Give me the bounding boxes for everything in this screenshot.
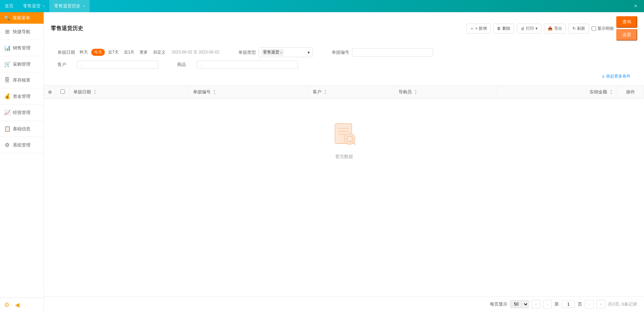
finance-icon: 💰 <box>4 93 10 99</box>
th-customer[interactable]: 客户 ▲▼ <box>308 86 394 99</box>
sidebar-bottom: ⚙ ◀ <box>0 297 44 312</box>
doc-type-select[interactable]: 零售退货 × ▾ <box>259 47 313 57</box>
amount-sort-icon: ▲▼ <box>610 89 613 95</box>
empty-text: 暂无数据 <box>335 154 353 160</box>
display-detail-checkbox[interactable] <box>592 26 596 31</box>
sidebar-item-operations[interactable]: 📈 经营管理 <box>0 105 44 121</box>
add-button[interactable]: ＋ + 新增 <box>466 24 491 34</box>
tab-home[interactable]: 首页 <box>0 0 18 12</box>
settings-label: 设置 <box>622 32 631 37</box>
sidebar-item-purchase-mgmt[interactable]: 🛒 采购管理 <box>0 56 44 72</box>
goods-filter-group: 商品 ... <box>177 61 298 69</box>
th-amount[interactable]: 实销金额 ▲▼ <box>497 86 617 99</box>
window-close-btn[interactable]: × <box>631 3 640 9</box>
sidebar-item-finance[interactable]: 💰 资金管理 <box>0 88 44 105</box>
th-settings[interactable]: ⚙ <box>44 86 56 99</box>
th-guide[interactable]: 导购员 ▲▼ <box>395 86 497 99</box>
th-doc-date[interactable]: 单据日期 ▲▼ <box>69 86 189 99</box>
date-filter-label: 单据日期 <box>57 49 75 55</box>
date-range-display: 2023-06-02 至 2023-06-02 <box>171 49 219 55</box>
page-word: 第 <box>554 301 559 307</box>
doc-type-tag-close[interactable]: × <box>280 50 282 54</box>
prev-page-btn[interactable]: ‹ <box>543 300 552 309</box>
date-opt-custom[interactable]: 自定义 <box>151 49 167 56</box>
last-page-btn[interactable]: » <box>596 300 605 309</box>
per-page-label: 每页显示 <box>490 301 507 307</box>
date-filter-group: 单据日期 昨天 今天 近7天 近1月 更多 自定义 2023-06-02 至 2… <box>57 49 219 56</box>
customer-placeholder: ... <box>80 62 84 67</box>
date-opt-7days[interactable]: 近7天 <box>106 49 121 56</box>
export-label: 导出 <box>554 26 562 31</box>
table-area: ⚙ 单据日期 ▲▼ <box>44 86 644 312</box>
th-checkbox[interactable] <box>56 86 69 99</box>
main-content: 零售退货历史 ＋ + 新增 🗑 删除 🖨 打印 ▾ <box>44 12 644 312</box>
sidebar-item-label-operations: 经营管理 <box>13 110 30 116</box>
page-label: 页 <box>578 301 582 307</box>
doc-no-filter-group: 单据编号 <box>332 48 433 57</box>
sidebar-item-label-basic-info: 基础信息 <box>13 126 30 132</box>
tab-retail-return-label: 零售退货 <box>23 3 41 9</box>
select-all-checkbox[interactable] <box>61 89 65 94</box>
query-button[interactable]: 查询 <box>616 16 637 28</box>
print-icon: 🖨 <box>521 26 525 31</box>
th-doc-date-label: 单据日期 <box>73 89 91 94</box>
tab-retail-return-close[interactable]: × <box>43 4 45 8</box>
display-detail-label: 显示明细 <box>597 26 614 31</box>
page-title-row: 零售退货历史 ＋ + 新增 🗑 删除 🖨 打印 ▾ <box>51 16 637 41</box>
total-info: 共0页, 0条记录 <box>608 301 637 307</box>
tab-retail-return-history[interactable]: 零售退货历史 × <box>49 0 89 12</box>
collapse-sidebar-icon[interactable]: ◀ <box>15 301 20 309</box>
export-icon: 📤 <box>548 26 553 31</box>
filter-row-collapse: ∧ 收起更多条件 <box>57 72 630 81</box>
empty-state: 暂无数据 <box>44 99 644 180</box>
sidebar-item-label-inventory: 库存核算 <box>13 77 30 83</box>
delete-label: 删除 <box>502 26 510 31</box>
settings-button[interactable]: 设置 <box>616 29 637 41</box>
refresh-label: 刷新 <box>577 26 585 31</box>
doc-no-label: 单据编号 <box>332 49 349 55</box>
first-page-btn[interactable]: « <box>531 300 540 309</box>
sidebar-item-inventory[interactable]: 🗄 库存核算 <box>0 72 44 88</box>
doc-no-sort-icon: ▲▼ <box>213 89 216 95</box>
toolbar: ＋ + 新增 🗑 删除 🖨 打印 ▾ 📤 导出 <box>466 16 637 41</box>
main-layout: 🔍 搜索菜单 ⊞ 快捷导航 📊 销售管理 🛒 采购管理 🗄 库存核算 💰 <box>0 12 644 312</box>
date-opt-today[interactable]: 今天 <box>91 49 105 56</box>
th-guide-label: 导购员 <box>399 89 412 94</box>
sidebar-item-system[interactable]: ⚙ 系统管理 <box>0 137 44 153</box>
sales-icon: 📊 <box>4 45 10 51</box>
th-doc-no[interactable]: 单据编号 ▲▼ <box>189 86 308 99</box>
display-detail-toggle: 显示明细 <box>592 26 614 31</box>
page-number-input[interactable] <box>562 300 575 308</box>
th-actions-label: 操作 <box>626 89 635 94</box>
doc-no-input[interactable] <box>352 48 433 57</box>
sidebar-search-btn[interactable]: 🔍 搜索菜单 <box>0 12 44 24</box>
delete-button[interactable]: 🗑 删除 <box>493 24 514 34</box>
page-header: 零售退货历史 ＋ + 新增 🗑 删除 🖨 打印 ▾ <box>44 12 644 86</box>
sidebar-item-quick-nav[interactable]: ⊞ 快捷导航 <box>0 24 44 40</box>
tab-home-label: 首页 <box>5 3 14 9</box>
settings-gear-icon[interactable]: ⚙ <box>4 301 9 309</box>
tab-retail-return-history-close[interactable]: × <box>82 4 85 8</box>
window-controls: × <box>631 3 644 9</box>
collapse-label: 收起更多条件 <box>606 73 630 79</box>
collapse-btn[interactable]: ∧ 收起更多条件 <box>602 73 630 79</box>
sidebar-item-basic-info[interactable]: 📋 基础信息 <box>0 121 44 137</box>
print-button[interactable]: 🖨 打印 ▾ <box>517 24 541 34</box>
collapse-icon: ∧ <box>602 74 605 79</box>
export-button[interactable]: 📤 导出 <box>544 24 566 34</box>
add-icon: ＋ <box>470 26 474 31</box>
date-opt-yesterday[interactable]: 昨天 <box>78 49 90 56</box>
next-page-btn[interactable]: › <box>585 300 594 309</box>
per-page-select[interactable]: 10 20 50 100 <box>510 300 529 308</box>
goods-select[interactable]: ... <box>197 61 298 69</box>
customer-select[interactable]: ... <box>77 61 158 69</box>
date-opt-1month[interactable]: 近1月 <box>122 49 137 56</box>
goods-label: 商品 <box>177 62 194 68</box>
refresh-button[interactable]: ↻ 刷新 <box>569 24 589 34</box>
tab-retail-return[interactable]: 零售退货 × <box>18 0 49 12</box>
sidebar-item-label-system: 系统管理 <box>13 142 30 148</box>
add-label: + 新增 <box>475 26 487 31</box>
query-settings-group: 查询 设置 <box>616 16 637 41</box>
date-opt-more[interactable]: 更多 <box>138 49 150 56</box>
sidebar-item-sales-mgmt[interactable]: 📊 销售管理 <box>0 40 44 56</box>
